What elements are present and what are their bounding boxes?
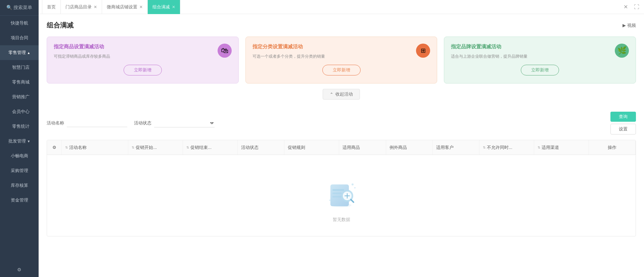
data-table: ⚙ ⇅ 活动名称 ⇅ 促销开始... ⇅ 促销结束... 活动状态 [47, 140, 636, 236]
sidebar-settings-btn[interactable]: ⚙ [0, 262, 39, 277]
card-goods-desc: 可指定滞销商品或库存较多商品 [54, 53, 232, 59]
th-start-label: 促销开始... [136, 145, 157, 151]
card-category: ⊞ 指定分类设置满减活动 可选一个或者多个分类，提升分类的销量 立即新增 [245, 37, 438, 84]
filter-name-input[interactable] [67, 119, 127, 127]
filter-status-select[interactable] [154, 119, 215, 127]
tab-combo-discount-label: 组合满减 [152, 4, 170, 10]
sort-icon-name: ⇅ [65, 146, 68, 149]
tab-combo-discount-close[interactable]: ✕ [172, 5, 175, 9]
filter-name: 活动名称 [47, 119, 127, 127]
settings-icon: ⚙ [17, 267, 21, 272]
th-goods-label: 适用商品 [342, 145, 360, 151]
sidebar-item-member-center[interactable]: 会员中心 [0, 104, 39, 119]
card-brand-icon: 🌿 [615, 44, 629, 58]
setting-button[interactable]: 设置 [610, 124, 636, 134]
th-name[interactable]: ⇅ 活动名称 [62, 140, 128, 155]
chevron-down-icon: ▼ [27, 140, 31, 143]
search-icon: 🔍 [6, 5, 12, 10]
svg-point-14 [329, 200, 330, 201]
chevron-up-icon: ⌃ [330, 92, 333, 97]
th-start[interactable]: ⇅ 促销开始... [128, 140, 183, 155]
filter-status-label: 活动状态 [134, 120, 151, 126]
tab-store-catalog[interactable]: 门店商品目录 ✕ [61, 0, 102, 14]
page-header: 组合满减 ▶ 视频 [47, 21, 636, 30]
table-header: ⚙ ⇅ 活动名称 ⇅ 促销开始... ⇅ 促销结束... 活动状态 [47, 140, 636, 155]
sidebar-item-retail-stats[interactable]: 零售统计 [0, 119, 39, 134]
sidebar-item-project-contract[interactable]: 项目合同 [0, 31, 39, 45]
th-action: 操作 [589, 140, 636, 155]
sidebar-item-finance[interactable]: 资金管理 [0, 193, 39, 208]
sidebar-item-purchase-mgmt[interactable]: 采购管理 [0, 163, 39, 178]
filter-row: 活动名称 活动状态 ▼ 查询 设置 [47, 112, 636, 134]
sidebar-item-retail-mgmt[interactable]: 零售管理 ▲ [0, 45, 39, 60]
th-action-label: 操作 [608, 145, 616, 151]
svg-rect-4 [332, 192, 342, 194]
empty-state: 暂无数据 [47, 155, 636, 236]
sidebar-item-marketing[interactable]: 营销推广 [0, 90, 39, 104]
window-maximize-btn[interactable]: ⛶ [633, 3, 641, 11]
sidebar-item-xiaochang[interactable]: 小畅电商 [0, 149, 39, 163]
th-except-label: 例外商品 [389, 145, 407, 151]
sidebar-item-wholesale-mgmt[interactable]: 批发管理 ▼ [0, 134, 39, 149]
th-name-label: 活动名称 [69, 145, 87, 151]
filter-status-select-wrap[interactable]: ▼ [154, 119, 214, 127]
card-goods-title: 指定商品设置满减活动 [54, 44, 232, 50]
sidebar-search[interactable]: 🔍 搜索菜单 [0, 0, 39, 16]
th-rule: 促销规则 [284, 140, 339, 155]
card-brand-add-btn[interactable]: 立即新增 [521, 65, 559, 75]
card-brand: 🌿 指定品牌设置满减活动 适合与上游企业联合做营销，提升品牌销量 立即新增 [444, 37, 636, 84]
th-notsame-label: 不允许同时... [487, 145, 512, 151]
tab-bar-right: ✕ ⛶ [622, 3, 641, 11]
sidebar-item-quick-nav[interactable]: 快捷导航 [0, 16, 39, 31]
card-goods: 🛍 指定商品设置满减活动 可指定滞销商品或库存较多商品 立即新增 [47, 37, 239, 84]
card-category-title: 指定分类设置满减活动 [252, 44, 430, 50]
th-rule-label: 促销规则 [288, 145, 305, 151]
tab-wechat-store-label: 微商城店铺设置 [107, 4, 137, 10]
th-end[interactable]: ⇅ 促销结束... [183, 140, 238, 155]
tab-wechat-store[interactable]: 微商城店铺设置 ✕ [102, 0, 148, 14]
sort-icon-channel: ⇅ [538, 146, 540, 149]
tab-wechat-store-close[interactable]: ✕ [139, 5, 143, 9]
card-category-desc: 可选一个或者多个分类，提升分类的销量 [252, 53, 430, 59]
card-goods-add-btn[interactable]: 立即新增 [124, 65, 162, 75]
video-link[interactable]: ▶ 视频 [623, 22, 636, 29]
tab-store-catalog-close[interactable]: ✕ [94, 5, 97, 9]
filter-buttons: 查询 设置 [610, 112, 636, 134]
filter-status: 活动状态 ▼ [134, 119, 214, 127]
video-label: 视频 [627, 22, 636, 29]
svg-line-11 [351, 200, 354, 202]
gear-icon: ⚙ [52, 145, 56, 150]
th-gear[interactable]: ⚙ [47, 140, 62, 155]
play-icon: ▶ [623, 23, 626, 28]
tab-home[interactable]: 首页 [42, 0, 61, 14]
tab-bar: 首页 门店商品目录 ✕ 微商城店铺设置 ✕ 组合满减 ✕ ✕ ⛶ [39, 0, 644, 14]
filter-name-label: 活动名称 [47, 120, 64, 126]
th-status: 活动状态 [238, 140, 284, 155]
card-brand-desc: 适合与上游企业联合做营销，提升品牌销量 [451, 53, 629, 59]
sidebar-item-inventory[interactable]: 库存核算 [0, 178, 39, 193]
sort-icon-end: ⇅ [186, 146, 189, 149]
th-status-label: 活动状态 [241, 145, 259, 151]
tab-combo-discount[interactable]: 组合满减 ✕ [148, 0, 180, 14]
content-area: 组合满减 ▶ 视频 🛍 指定商品设置满减活动 可指定滞销商品或库存较多商品 立即… [39, 14, 644, 277]
empty-illustration [323, 175, 360, 212]
th-customer: 适用客户 [433, 140, 479, 155]
sidebar-item-retail-mall[interactable]: 零售商城 [0, 75, 39, 90]
th-channel[interactable]: ⇅ 适用渠道 [534, 140, 589, 155]
sidebar-search-label: 搜索菜单 [13, 5, 32, 10]
card-category-add-btn[interactable]: 立即新增 [322, 65, 361, 75]
collapse-btn-label: 收起活动 [335, 91, 353, 97]
th-customer-label: 适用客户 [436, 145, 454, 151]
sidebar-item-smart-store[interactable]: 智慧门店 [0, 60, 39, 75]
chevron-up-icon: ▲ [27, 51, 31, 55]
card-brand-title: 指定品牌设置满减活动 [451, 44, 629, 50]
window-close-btn[interactable]: ✕ [622, 3, 629, 11]
sidebar: 🔍 搜索菜单 快捷导航 项目合同 零售管理 ▲ 智慧门店 零售商城 营销推广 会… [0, 0, 39, 277]
collapse-activities-btn[interactable]: ⌃ 收起活动 [323, 89, 360, 100]
th-notsame[interactable]: ⇅ 不允许同时... [479, 140, 534, 155]
query-button[interactable]: 查询 [610, 112, 636, 122]
sort-icon-start: ⇅ [132, 146, 134, 149]
svg-rect-3 [332, 189, 344, 191]
th-channel-label: 适用渠道 [542, 145, 559, 151]
empty-text: 暂无数据 [333, 217, 350, 223]
